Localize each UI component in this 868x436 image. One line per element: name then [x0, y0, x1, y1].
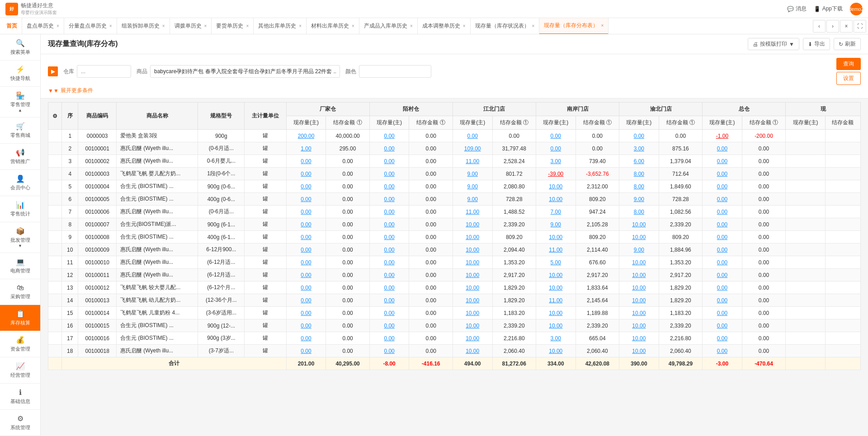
close-icon[interactable]: ×	[532, 23, 535, 28]
col-yb-stock[interactable]: 10.00	[619, 218, 659, 231]
col-yb-stock[interactable]: 10.00	[619, 231, 659, 244]
nav-next-btn[interactable]: ›	[826, 20, 839, 33]
col-t-stock[interactable]: 0.00	[703, 206, 742, 218]
col-jb-stock[interactable]: 9.00	[453, 193, 492, 206]
col-t-stock[interactable]: 0.00	[703, 269, 742, 281]
col-n-stock[interactable]: 0.00	[369, 345, 409, 357]
col-n-stock[interactable]: 0.00	[369, 244, 409, 256]
col-t-stock[interactable]: 0.00	[703, 180, 742, 193]
col-t-stock[interactable]: 0.00	[703, 294, 742, 307]
filter-toggle-btn[interactable]: ▶	[48, 66, 58, 76]
query-button[interactable]: 查询	[836, 58, 861, 70]
setting-button[interactable]: 设置	[836, 72, 861, 85]
col-na-stock[interactable]: 9.00	[536, 218, 576, 231]
col-na-stock[interactable]: 10.00	[536, 193, 576, 206]
col-yb-stock[interactable]: 10.00	[619, 281, 659, 294]
col-t-stock[interactable]: 0.00	[703, 307, 742, 319]
col-jb-stock[interactable]: 10.00	[453, 281, 492, 294]
col-jb-stock[interactable]: 10.00	[453, 256, 492, 269]
col-jb-stock[interactable]: 11.00	[453, 206, 492, 218]
sidebar-item-operation[interactable]: 📈 经营管理	[0, 357, 40, 384]
col-n-stock[interactable]: 0.00	[369, 332, 409, 345]
tab-request[interactable]: 要货单历史 ×	[212, 18, 254, 34]
col-f-stock[interactable]: 0.00	[286, 231, 326, 244]
col-n-stock[interactable]: 0.00	[369, 130, 409, 142]
col-yb-stock[interactable]: 3.00	[619, 142, 659, 155]
color-input[interactable]	[359, 65, 431, 78]
col-jb-stock[interactable]: 10.00	[453, 332, 492, 345]
col-setting-header[interactable]: ⚙	[48, 103, 62, 130]
col-n-stock[interactable]: 0.00	[369, 231, 409, 244]
col-yb-stock[interactable]: 9.00	[619, 193, 659, 206]
col-t-stock[interactable]: 0.00	[703, 142, 742, 155]
col-yb-stock[interactable]: 10.00	[619, 319, 659, 332]
col-na-stock[interactable]: 3.00	[536, 332, 576, 345]
col-yb-stock[interactable]: 10.00	[619, 269, 659, 281]
sidebar-item-basic[interactable]: ℹ 基础信息	[0, 384, 40, 410]
print-btn[interactable]: 🖨 按模版打印 ▼	[748, 38, 799, 50]
col-yb-stock[interactable]: 6.00	[619, 155, 659, 168]
sidebar-item-retail-shop[interactable]: 🛒 零售商城	[0, 117, 40, 144]
close-icon[interactable]: ×	[246, 23, 249, 28]
sidebar-item-nav[interactable]: ⚡ 快捷导航	[0, 61, 40, 87]
col-n-stock[interactable]: 0.00	[369, 307, 409, 319]
col-jb-stock[interactable]: 10.00	[453, 269, 492, 281]
col-f-stock[interactable]: 0.00	[286, 345, 326, 357]
user-avatar[interactable]: demo2	[850, 3, 863, 15]
col-f-stock[interactable]: 0.00	[286, 244, 326, 256]
col-f-stock[interactable]: 0.00	[286, 281, 326, 294]
col-t-stock[interactable]: 0.00	[703, 332, 742, 345]
col-na-stock[interactable]: 0.00	[536, 130, 576, 142]
col-yb-stock[interactable]: 10.00	[619, 345, 659, 357]
col-na-stock[interactable]: 10.00	[536, 281, 576, 294]
col-f-stock[interactable]: 0.00	[286, 155, 326, 168]
col-n-stock[interactable]: 0.00	[369, 256, 409, 269]
col-jb-stock[interactable]: 10.00	[453, 294, 492, 307]
col-jb-stock[interactable]: 9.00	[453, 180, 492, 193]
col-n-stock[interactable]: 0.00	[369, 155, 409, 168]
col-yb-stock[interactable]: 10.00	[619, 307, 659, 319]
tab-other-out[interactable]: 其他出库单历史 ×	[254, 18, 307, 34]
col-n-stock[interactable]: 0.00	[369, 319, 409, 332]
col-na-stock[interactable]: 11.00	[536, 294, 576, 307]
col-na-stock[interactable]: 7.00	[536, 206, 576, 218]
col-jb-stock[interactable]: 10.00	[453, 231, 492, 244]
close-icon[interactable]: ×	[162, 23, 165, 28]
refresh-btn[interactable]: ↻ 刷新	[834, 38, 861, 50]
tab-home[interactable]: 首页	[2, 18, 22, 34]
col-n-stock[interactable]: 0.00	[369, 168, 409, 180]
col-f-stock[interactable]: 0.00	[286, 319, 326, 332]
col-n-stock[interactable]: 0.00	[369, 180, 409, 193]
col-t-stock[interactable]: 0.00	[703, 168, 742, 180]
col-f-stock[interactable]: 200.00	[286, 130, 326, 142]
col-yb-stock[interactable]: 10.00	[619, 256, 659, 269]
col-jb-stock[interactable]: 10.00	[453, 244, 492, 256]
col-t-stock[interactable]: 0.00	[703, 244, 742, 256]
col-f-stock[interactable]: 0.00	[286, 269, 326, 281]
close-icon[interactable]: ×	[463, 23, 466, 28]
col-jb-stock[interactable]: 10.00	[453, 218, 492, 231]
col-na-stock[interactable]: 10.00	[536, 180, 576, 193]
tab-transfer[interactable]: 调拨单历史 ×	[170, 18, 212, 34]
col-n-stock[interactable]: 0.00	[369, 142, 409, 155]
col-n-stock[interactable]: 0.00	[369, 281, 409, 294]
nav-expand-btn[interactable]: ⛶	[854, 20, 866, 33]
tab-count-detail[interactable]: 分量盘点单历史 ×	[64, 18, 117, 34]
sidebar-item-purchase[interactable]: 🛍 采购管理	[0, 279, 40, 305]
col-t-stock[interactable]: 0.00	[703, 231, 742, 244]
col-yb-stock[interactable]: 0.00	[619, 130, 659, 142]
col-t-stock[interactable]: 0.00	[703, 345, 742, 357]
sidebar-item-system[interactable]: ⚙ 系统管理	[0, 410, 40, 436]
col-f-stock[interactable]: 0.00	[286, 206, 326, 218]
col-jb-stock[interactable]: 9.00	[453, 168, 492, 180]
col-yb-stock[interactable]: 8.00	[619, 168, 659, 180]
col-f-stock[interactable]: 0.00	[286, 294, 326, 307]
col-t-stock[interactable]: 0.00	[703, 281, 742, 294]
sidebar-item-retail-stat[interactable]: 📊 零售统计	[0, 196, 40, 222]
col-n-stock[interactable]: 0.00	[369, 269, 409, 281]
tab-finished-in[interactable]: 产成品入库单历史 ×	[359, 18, 418, 34]
col-jb-stock[interactable]: 10.00	[453, 345, 492, 357]
col-yb-stock[interactable]: 10.00	[619, 294, 659, 307]
col-t-stock[interactable]: -1.00	[703, 130, 742, 142]
close-icon[interactable]: ×	[410, 23, 413, 28]
